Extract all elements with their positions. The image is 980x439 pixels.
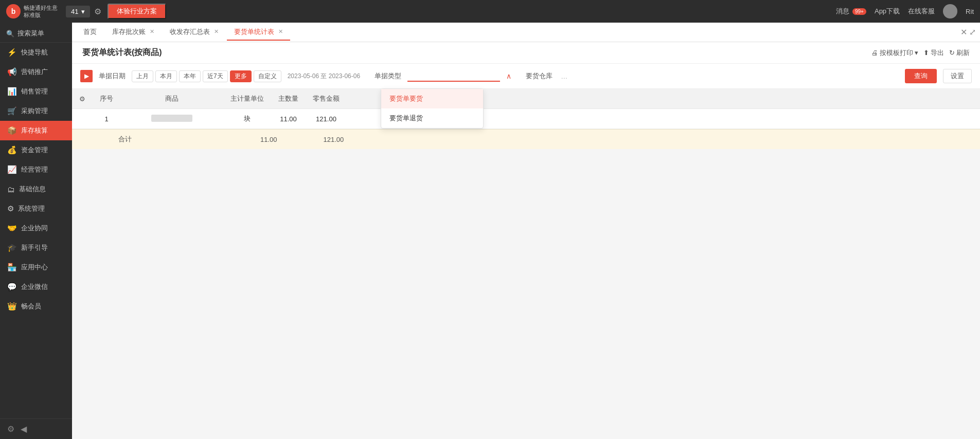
date-range: 2023-05-06 至 2023-06-06	[288, 72, 360, 81]
sidebar-bottom: ⚙ ◀	[0, 418, 72, 439]
query-button[interactable]: 查询	[905, 69, 937, 83]
tab-bar: 首页 库存批次账 ✕ 收发存汇总表 ✕ 要货单统计表 ✕ ✕ ⤢	[72, 23, 980, 42]
tab-order-stats[interactable]: 要货单统计表 ✕	[227, 24, 290, 41]
sidebar-item-enterprise[interactable]: 🤝 企业协同	[0, 218, 72, 238]
filter-expand-btn[interactable]: ▶	[80, 70, 93, 82]
sidebar-item-marketing[interactable]: 📢 营销推广	[0, 62, 72, 82]
tab-shipper-summary[interactable]: 收发存汇总表 ✕	[163, 24, 226, 41]
tab-bar-right: ✕ ⤢	[960, 27, 976, 37]
sidebar-collapse-icon[interactable]: ◀	[21, 424, 27, 434]
warehouse-label: 要货仓库	[526, 71, 553, 81]
tab-order-close[interactable]: ✕	[278, 28, 283, 35]
logo: b 畅捷通好生意 标准版	[6, 4, 58, 19]
page-content: 要货单统计表(按商品) 🖨 按模板打印 ▾ ⬆ 导出 ↻ 刷新	[72, 42, 980, 439]
col-header-settings[interactable]: ⚙	[72, 89, 93, 109]
app-link[interactable]: App下载	[875, 7, 900, 16]
enterprise-icon: 🤝	[7, 224, 17, 233]
sidebar-item-label: 库存核算	[21, 126, 48, 135]
sidebar-item-inventory[interactable]: 📦 库存核算	[0, 121, 72, 140]
table-row: 1 块 11.00 121.00	[72, 109, 980, 129]
sidebar-item-label: 销售管理	[21, 87, 48, 96]
setup-button[interactable]: 设置	[943, 69, 972, 83]
row-settings	[72, 109, 93, 129]
sidebar-item-label: 企业微信	[21, 282, 48, 291]
sidebar-settings-icon[interactable]: ⚙	[7, 424, 14, 434]
wechat-icon: 💬	[7, 282, 17, 291]
page-actions: 🖨 按模板打印 ▾ ⬆ 导出 ↻ 刷新	[871, 48, 970, 58]
sidebar-item-basic[interactable]: 🗂 基础信息	[0, 179, 72, 199]
sidebar-item-quick-nav[interactable]: ⚡ 快捷导航	[0, 43, 72, 62]
warehouse-ellipsis-icon[interactable]: …	[561, 72, 567, 80]
content-area: 首页 库存批次账 ✕ 收发存汇总表 ✕ 要货单统计表 ✕ ✕ ⤢ 要	[72, 23, 980, 439]
table-wrapper: ⚙ 序号 商品 主计量单位 主数量 零售金额	[72, 89, 980, 129]
type-dropdown: 要货单要货 要货单退货	[381, 88, 484, 129]
finance-icon: 💰	[7, 145, 17, 155]
sidebar-item-label: 新手引导	[21, 243, 48, 252]
user-name: Rit	[966, 8, 974, 15]
sales-icon: 📊	[7, 87, 17, 96]
row-unit: 块	[223, 109, 271, 129]
tab-batch-close[interactable]: ✕	[150, 28, 154, 35]
dropdown-item-order-goods[interactable]: 要货单要货	[381, 89, 483, 108]
print-action[interactable]: 🖨 按模板打印 ▾	[871, 48, 918, 58]
sidebar-item-operations[interactable]: 📈 经营管理	[0, 160, 72, 179]
date-btn-last7[interactable]: 近7天	[203, 70, 228, 82]
gear-icon[interactable]: ⚙	[94, 7, 101, 16]
basic-icon: 🗂	[7, 185, 15, 194]
sidebar-item-label: 快捷导航	[21, 48, 48, 57]
type-caret-icon[interactable]: ∧	[506, 72, 511, 80]
refresh-action[interactable]: ↻ 刷新	[949, 48, 970, 58]
print-chevron: ▾	[915, 49, 918, 57]
avatar[interactable]	[943, 4, 957, 19]
search-label: 搜索菜单	[17, 29, 44, 38]
sidebar-item-purchase[interactable]: 🛒 采购管理	[0, 101, 72, 121]
quick-nav-icon: ⚡	[7, 48, 17, 57]
sidebar-item-appstore[interactable]: 🏪 应用中心	[0, 258, 72, 277]
print-label: 按模板打印	[880, 48, 913, 58]
topbar-selector[interactable]: 41 ▾	[66, 6, 90, 17]
date-btn-this-year[interactable]: 本年	[179, 70, 201, 82]
sidebar-item-system[interactable]: ⚙ 系统管理	[0, 199, 72, 218]
date-btn-this-month[interactable]: 本月	[155, 70, 177, 82]
message-link[interactable]: 消息 99+	[836, 7, 866, 16]
tab-close-all-icon[interactable]: ✕	[960, 27, 967, 37]
page-title: 要货单统计表(按商品)	[82, 47, 162, 58]
sidebar-item-label: 经营管理	[21, 165, 48, 174]
sidebar-item-label: 营销推广	[21, 67, 48, 77]
tab-order-label: 要货单统计表	[234, 27, 274, 36]
dropdown-item-order-return[interactable]: 要货单退货	[381, 108, 483, 128]
date-btn-more[interactable]: 更多	[230, 70, 252, 82]
sidebar-item-label: 基础信息	[19, 185, 46, 194]
operations-icon: 📈	[7, 165, 17, 174]
type-input[interactable]	[407, 71, 500, 82]
row-index: 1	[93, 109, 120, 129]
export-action[interactable]: ⬆ 导出	[923, 48, 944, 58]
sidebar-item-finance[interactable]: 💰 资金管理	[0, 140, 72, 160]
filter-date-btns: 上月 本月 本年 近7天 更多 自定义	[132, 70, 281, 82]
sidebar-item-member[interactable]: 👑 畅会员	[0, 297, 72, 316]
sidebar-search[interactable]: 🔍 搜索菜单	[0, 25, 72, 43]
sidebar: 🔍 搜索菜单 ⚡ 快捷导航 📢 营销推广 📊 销售管理 🛒 采购管理 📦 库存核…	[0, 23, 72, 439]
service-link[interactable]: 在线客服	[908, 7, 935, 16]
tab-batch-account[interactable]: 库存批次账 ✕	[105, 24, 162, 41]
date-btn-up-half[interactable]: 上月	[132, 70, 153, 82]
inventory-icon: 📦	[7, 126, 17, 135]
sidebar-item-label: 系统管理	[18, 204, 45, 213]
col-header-index: 序号	[93, 89, 120, 109]
topbar-right: 消息 99+ App下载 在线客服 Rit	[836, 4, 974, 19]
sidebar-item-sales[interactable]: 📊 销售管理	[0, 82, 72, 101]
tab-shipper-label: 收发存汇总表	[170, 27, 210, 36]
date-btn-custom[interactable]: 自定义	[254, 70, 281, 82]
tab-expand-icon[interactable]: ⤢	[969, 27, 976, 37]
main-layout: 🔍 搜索菜单 ⚡ 快捷导航 📢 营销推广 📊 销售管理 🛒 采购管理 📦 库存核…	[0, 23, 980, 439]
system-icon: ⚙	[7, 204, 14, 213]
topbar-tabs: 41 ▾ ⚙ 体验行业方案	[66, 4, 836, 19]
sidebar-item-wechat[interactable]: 💬 企业微信	[0, 277, 72, 297]
sidebar-item-guide[interactable]: 🎓 新手引导	[0, 238, 72, 258]
search-icon: 🔍	[6, 30, 14, 38]
tab-shipper-close[interactable]: ✕	[214, 28, 219, 35]
trial-btn[interactable]: 体验行业方案	[108, 4, 166, 19]
print-icon: 🖨	[871, 49, 878, 57]
tab-home[interactable]: 首页	[76, 24, 104, 41]
date-label: 单据日期	[99, 71, 126, 81]
